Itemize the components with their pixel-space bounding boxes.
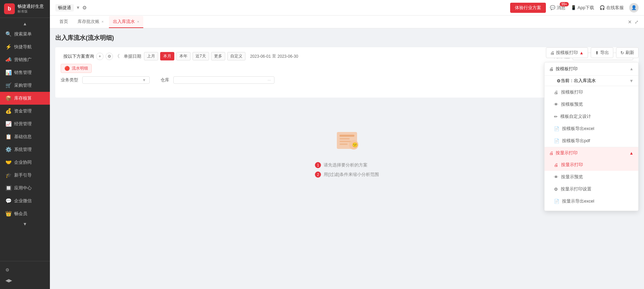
top-action-bar: 🖨 按模板打印 ▲ ⬆ 导出 ↻ 刷新 — [546, 47, 639, 58]
tab-batch-account[interactable]: 库存批次账 × — [74, 16, 108, 28]
sidebar-item-appcenter[interactable]: 🔲 应用中心 — [0, 182, 50, 194]
dropdown-title-label: 按模板打印 — [556, 66, 578, 72]
dropdown-item-template-export-excel[interactable]: 📄 按模板导出excel — [545, 123, 638, 135]
dropdown-scroll: ⚙ 当前：出入库流水 ▼ 🖨 按模板打印 👁 按模板预览 ✏ 模板自定义设计 — [545, 76, 638, 211]
sidebar-item-operations[interactable]: 📈 经营管理 — [0, 117, 50, 130]
main-content: 畅捷通 ▼ ⚙ 体验行业方案 💬 消息 99+ 📱 App下载 🎧 在线客服 👤 — [50, 0, 644, 289]
sidebar-scroll-down[interactable]: ▼ — [0, 220, 50, 228]
business-type-select[interactable]: ▼ — [82, 76, 150, 84]
app-download-button[interactable]: 📱 App下载 — [571, 5, 594, 11]
topbar-dropdown-arrow[interactable]: ▼ — [76, 5, 80, 10]
sidebar-item-wechat[interactable]: 💬 企业微信 — [0, 194, 50, 207]
dropdown-item-template-custom[interactable]: ✏ 模板自定义设计 — [545, 110, 638, 123]
page-content-area: 出入库流水(流水明细) 🖨 按模板打印 ▲ ⬆ 导出 ↻ 刷新 按以下方案查询 — [50, 28, 644, 289]
warehouse-label: 仓库 — [160, 77, 169, 83]
dropdown-item-display-export-excel[interactable]: 📄 按显示导出excel — [545, 195, 638, 207]
tab-batch-account-close[interactable]: × — [101, 20, 104, 24]
date-btn-this-year[interactable]: 本年 — [176, 52, 191, 60]
logo-icon: b — [4, 3, 15, 14]
dropdown-display-settings-icon: ⚙ — [554, 187, 558, 192]
filter-collapse-icon[interactable]: 《 — [115, 53, 120, 59]
dropdown-template-print-label: 按模板打印 — [561, 89, 583, 95]
appcenter-icon: 🔲 — [5, 185, 11, 191]
date-btn-more[interactable]: 更多 — [211, 52, 225, 60]
sales-icon: 📊 — [5, 70, 11, 76]
collab-icon: 🤝 — [5, 159, 11, 165]
purchase-icon: 🛒 — [5, 82, 11, 88]
sidebar-item-label: 快捷导航 — [14, 44, 32, 50]
online-service-button[interactable]: 🎧 在线客服 — [599, 5, 624, 11]
step-1-text: 请先选择要分析的方案 — [324, 162, 368, 168]
topbar-username[interactable]: 畅捷通 — [55, 4, 74, 11]
export-button[interactable]: ⬆ 导出 — [591, 47, 613, 58]
sidebar-item-system[interactable]: ⚙️ 系统管理 — [0, 143, 50, 156]
dropdown-item-template-export-pdf[interactable]: 📄 按模板导出pdf — [545, 135, 638, 147]
empty-step-1: 1 请先选择要分析的方案 — [315, 162, 379, 168]
settings-icon: ⚙ — [5, 267, 9, 272]
dropdown-item-display-print-settings[interactable]: ⚙ 按显示打印设置 — [545, 183, 638, 195]
dropdown-template-custom-label: 模板自定义设计 — [560, 113, 591, 120]
window-buttons: ✕ ⤢ — [628, 19, 639, 25]
refresh-icon: ↻ — [620, 50, 624, 55]
dropdown-sub-title: 🖨 按显示打印 — [549, 150, 578, 156]
sidebar-scroll-up[interactable]: ▲ — [0, 20, 50, 28]
sidebar-footer-settings[interactable]: ⚙ — [0, 265, 50, 275]
dropdown-header: 🖨 按模板打印 ▲ — [545, 62, 638, 76]
tab-inout-flow-close[interactable]: × — [137, 20, 139, 24]
dropdown-current-row[interactable]: ⚙ 当前：出入库流水 ▼ — [545, 76, 638, 86]
filter-setting-button[interactable]: ⚙ — [106, 53, 113, 60]
date-btn-custom[interactable]: 自定义 — [227, 52, 245, 60]
svg-text:😕: 😕 — [352, 142, 358, 148]
date-btn-last-month[interactable]: 上月 — [144, 52, 158, 60]
dropdown-sub-collapse-icon: ▲ — [629, 151, 634, 156]
dropdown-item-template-print[interactable]: 🖨 按模板打印 — [545, 86, 638, 98]
dropdown-display-export-pdf-label: 按显示导出pdf — [562, 210, 590, 211]
trial-button[interactable]: 体验行业方案 — [510, 3, 546, 13]
svg-rect-3 — [340, 141, 352, 142]
date-range-start: 2023-06-01 — [250, 54, 271, 59]
user-avatar[interactable]: 👤 — [629, 3, 639, 12]
dropdown-item-display-print[interactable]: 🖨 按显示打印 — [545, 159, 638, 171]
dropdown-template-preview-icon: 👁 — [554, 102, 558, 107]
sidebar-item-label: 企业协同 — [14, 159, 32, 165]
step-2-text: 用[过滤]条件来缩小分析范围 — [324, 172, 379, 178]
window-close-btn[interactable]: ✕ — [628, 19, 632, 25]
sidebar-item-inventory[interactable]: 📦 库存核算 — [0, 92, 50, 105]
messages-button[interactable]: 💬 消息 99+ — [550, 5, 565, 11]
filter-add-button[interactable]: + — [96, 53, 104, 60]
sidebar-item-marketing[interactable]: 📣 营销推广 — [0, 53, 50, 66]
sidebar-item-basic[interactable]: 📋 基础信息 — [0, 130, 50, 143]
warehouse-select[interactable]: ··· — [173, 76, 274, 84]
marketing-icon: 📣 — [5, 57, 11, 63]
svg-rect-4 — [340, 143, 348, 145]
window-expand-btn[interactable]: ⤢ — [635, 19, 639, 25]
dropdown-collapse-arrow[interactable]: ▲ — [630, 67, 634, 71]
system-icon: ⚙️ — [5, 147, 11, 153]
dropdown-item-display-preview[interactable]: 👁 按显示预览 — [545, 171, 638, 183]
sidebar-item-finance[interactable]: 💰 资金管理 — [0, 105, 50, 117]
sidebar-item-vip[interactable]: 👑 畅会员 — [0, 207, 50, 220]
sidebar-item-sales[interactable]: 📊 销售管理 — [0, 66, 50, 79]
refresh-button[interactable]: ↻ 刷新 — [616, 47, 639, 58]
sidebar-item-collab[interactable]: 🤝 企业协同 — [0, 156, 50, 169]
date-btn-last7days[interactable]: 近7天 — [193, 52, 209, 60]
template-print-up-arrow: ▲ — [579, 50, 584, 55]
export-icon: ⬆ — [595, 50, 599, 55]
vip-icon: 👑 — [5, 211, 11, 217]
dropdown-sub-header[interactable]: 🖨 按显示打印 ▲ — [545, 147, 638, 159]
dropdown-item-display-export-pdf[interactable]: 📄 按显示导出pdf — [545, 207, 638, 211]
template-print-button[interactable]: 🖨 按模板打印 ▲ — [546, 47, 588, 58]
topbar-gear-icon[interactable]: ⚙ — [82, 5, 87, 11]
sidebar-item-search[interactable]: 🔍 搜索菜单 — [0, 28, 50, 41]
sidebar-item-purchase[interactable]: 🛒 采购管理 — [0, 79, 50, 92]
tab-home[interactable]: 首页 — [55, 16, 72, 28]
empty-steps: 1 请先选择要分析的方案 2 用[过滤]条件来缩小分析范围 — [315, 162, 379, 181]
sidebar-item-guide[interactable]: 🎓 新手引导 — [0, 169, 50, 182]
date-btn-current-month[interactable]: 本月 — [160, 52, 174, 60]
sidebar-item-quicknav[interactable]: ⚡ 快捷导航 — [0, 41, 50, 53]
sidebar-item-label: 应用中心 — [14, 185, 32, 191]
tab-inout-flow[interactable]: 出入库流水 × — [109, 16, 143, 28]
dropdown-item-template-preview[interactable]: 👁 按模板预览 — [545, 98, 638, 110]
dropdown-display-print-icon: 🖨 — [554, 162, 558, 167]
sidebar-footer-collapse[interactable]: ◀▶ — [0, 275, 50, 286]
